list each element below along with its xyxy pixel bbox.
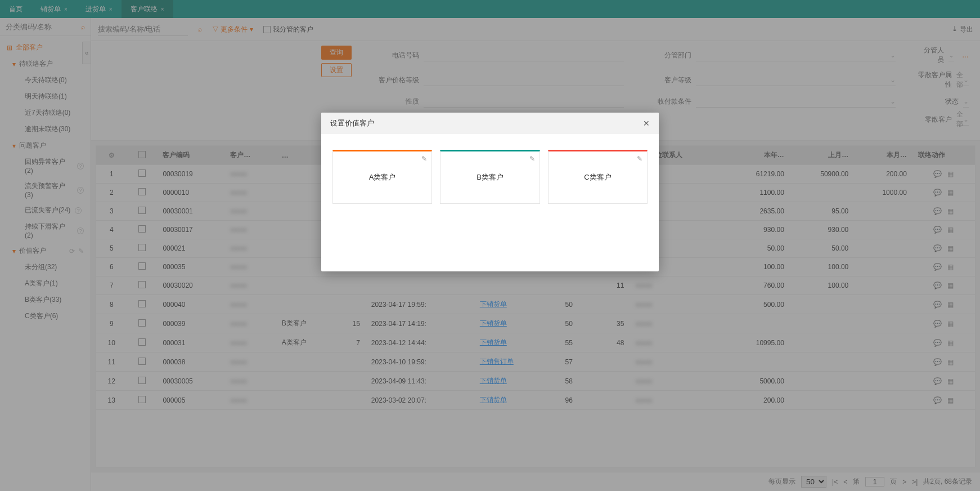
card-label: B类客户 — [476, 172, 504, 182]
edit-icon[interactable]: ✎ — [637, 155, 642, 163]
value-customer-modal: 设置价值客户 ✕ ✎A类客户✎B类客户✎C类客户 — [321, 113, 659, 271]
edit-icon[interactable]: ✎ — [529, 155, 535, 163]
close-icon[interactable]: ✕ — [643, 119, 650, 128]
value-card[interactable]: ✎A类客户 — [332, 150, 432, 204]
value-card[interactable]: ✎B类客户 — [440, 150, 540, 204]
card-label: A类客户 — [369, 172, 396, 182]
modal-title: 设置价值客户 — [330, 118, 374, 128]
edit-icon[interactable]: ✎ — [421, 155, 427, 163]
value-card[interactable]: ✎C类客户 — [548, 150, 648, 204]
modal-overlay[interactable]: 设置价值客户 ✕ ✎A类客户✎B类客户✎C类客户 — [0, 0, 980, 491]
card-label: C类客户 — [584, 172, 611, 182]
